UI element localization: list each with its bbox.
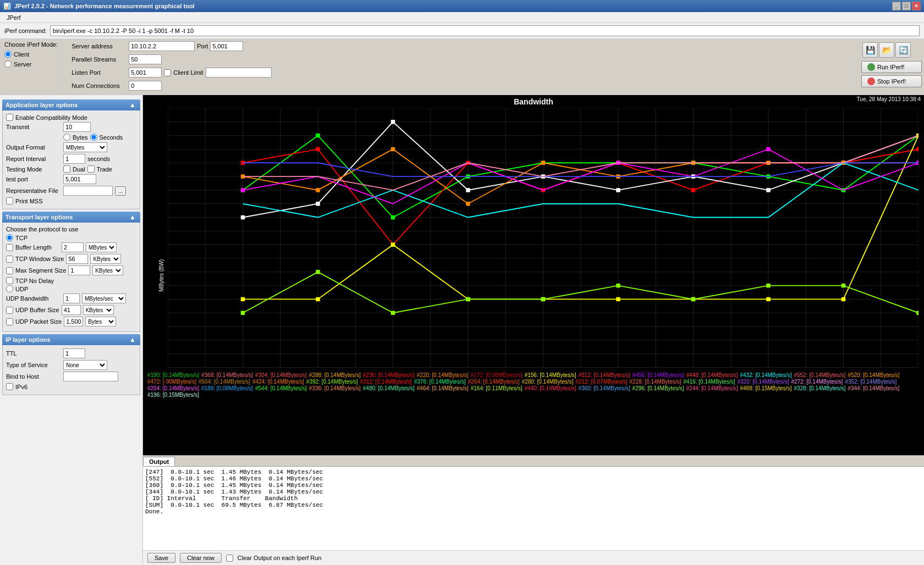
client-limit-input[interactable] <box>206 68 272 77</box>
svg-rect-133 <box>241 188 245 192</box>
chart-container: Bandwidth Tue, 28 May 2013 10:38:4 MByte… <box>143 95 924 455</box>
print-mss-checkbox[interactable] <box>6 197 13 204</box>
buffer-length-input[interactable] <box>62 242 84 252</box>
legend-item: #416: [0.14MBytes/s] <box>684 379 735 385</box>
max-seg-unit[interactable]: KBytesBytesMBytes <box>92 265 123 275</box>
save-toolbar-icon[interactable]: 💾 <box>862 42 878 58</box>
output-format-select[interactable]: MBytesKBytesGBytes <box>63 142 107 152</box>
num-connections-input[interactable] <box>129 81 162 91</box>
print-mss-row: Print MSS <box>6 197 136 204</box>
server-label: Server <box>14 61 31 68</box>
udp-packet-input[interactable] <box>64 317 83 326</box>
client-radio[interactable] <box>4 51 12 58</box>
legend-item: #360: [0.14MBytes/s] <box>579 385 630 391</box>
legend-item: #288: [0.14MBytes/s] <box>309 372 361 378</box>
clear-on-run-checkbox[interactable] <box>226 555 233 562</box>
legend-item: #272: [0.14MBytes/s] <box>791 379 843 385</box>
iperf-command-input[interactable] <box>50 25 920 36</box>
udp-buffer-checkbox[interactable] <box>6 307 13 314</box>
tcp-window-input[interactable] <box>66 254 88 264</box>
legend-item: #188: [0.08MBytes/s] <box>201 385 253 391</box>
tos-select[interactable]: NoneLow DelayThroughputReliability <box>63 360 107 370</box>
server-settings: Server address Port Parallel Streams Lis… <box>63 39 280 95</box>
legend-item: #520: [0.14MBytes/s] <box>848 372 899 378</box>
server-radio[interactable] <box>4 60 12 68</box>
minimize-button[interactable]: _ <box>892 2 901 10</box>
svg-rect-94 <box>316 147 320 151</box>
maximize-button[interactable]: □ <box>902 2 911 10</box>
chart-timestamp: Tue, 28 May 2013 10:38:4 <box>857 96 921 102</box>
app-layer-body: Enable Compatibility Mode Transmit Bytes… <box>2 110 140 209</box>
seconds-radio[interactable] <box>90 134 97 141</box>
transmit-label: Transmit <box>6 124 61 130</box>
close-button[interactable]: ✕ <box>912 2 921 10</box>
port-input[interactable] <box>210 41 243 51</box>
trade-checkbox[interactable] <box>87 165 95 173</box>
refresh-toolbar-icon[interactable]: 🔄 <box>895 42 911 58</box>
legend-item: #464: [0.14MBytes/s] <box>417 385 469 391</box>
output-text: [247] 0.0-10.1 sec 1.45 MBytes 0.14 MByt… <box>143 467 924 550</box>
save-button[interactable]: Save <box>147 553 175 563</box>
tcp-window-checkbox[interactable] <box>6 256 13 263</box>
max-seg-input[interactable] <box>68 265 90 275</box>
output-format-label: Output Format <box>6 144 61 151</box>
compat-mode-checkbox[interactable] <box>6 114 13 121</box>
legend-item: #280: [0.14MBytes/s] <box>522 379 574 385</box>
legend-item: #544: [0.14MBytes/s] <box>255 385 307 391</box>
clear-now-button[interactable]: Clear now <box>180 553 222 563</box>
buffer-length-unit[interactable]: MBytesKBytes <box>86 242 117 252</box>
y-axis-label: MBytes (BW) <box>158 259 164 291</box>
rep-file-browse[interactable]: ... <box>115 186 126 196</box>
dual-checkbox[interactable] <box>63 165 70 173</box>
max-seg-checkbox[interactable] <box>6 267 13 274</box>
report-interval-input[interactable] <box>63 154 85 164</box>
listen-port-input[interactable] <box>129 68 162 77</box>
stop-iperf-button[interactable]: Stop IPerf! <box>861 75 922 87</box>
bytes-radio[interactable] <box>63 134 70 141</box>
udp-buffer-unit[interactable]: KBytesBytesMBytes <box>83 305 114 315</box>
udp-bandwidth-input[interactable] <box>63 293 80 303</box>
svg-rect-141 <box>541 297 545 301</box>
legend-item: #320: [0.14MBytes/s] <box>737 379 789 385</box>
app-layer-collapse[interactable]: ▲ <box>128 101 137 109</box>
legend-item: #336: [0.14MBytes/s] <box>309 385 361 391</box>
udp-radio[interactable] <box>6 285 13 292</box>
rep-file-input[interactable] <box>63 186 113 196</box>
tcp-window-unit[interactable]: KBytesBytesMBytes <box>90 254 121 264</box>
ttl-input[interactable] <box>63 348 85 358</box>
test-port-label: test port <box>6 176 61 182</box>
ipv6-checkbox[interactable] <box>6 383 13 390</box>
client-limit-checkbox[interactable] <box>164 69 171 76</box>
server-address-input[interactable] <box>129 41 195 51</box>
bind-host-input[interactable] <box>63 372 118 381</box>
svg-rect-116 <box>466 202 470 206</box>
run-iperf-button[interactable]: Run IPerf! <box>861 61 922 73</box>
buffer-length-label: Buffer Length <box>15 244 59 251</box>
protocol-label-row: Choose the protocol to use <box>6 226 136 232</box>
transport-layer-collapse[interactable]: ▲ <box>128 213 137 221</box>
legend-item: #376: [0.14MBytes/s] <box>414 379 466 385</box>
buffer-length-row: Buffer Length MBytesKBytes <box>6 242 136 252</box>
titlebar: 📊 JPerf 2.0.2 - Network performance meas… <box>0 0 924 12</box>
content-area: Application layer options ▲ Enable Compa… <box>0 95 924 565</box>
udp-bandwidth-unit[interactable]: MBytes/secKBytes/sec <box>82 293 126 303</box>
testing-mode-label: Testing Mode <box>6 166 61 173</box>
transmit-input[interactable] <box>63 122 91 132</box>
output-tab[interactable]: Output <box>143 457 175 466</box>
buffer-length-checkbox[interactable] <box>6 244 13 251</box>
udp-buffer-input[interactable] <box>62 305 81 315</box>
no-delay-checkbox[interactable] <box>6 277 13 284</box>
menu-jperf[interactable]: JPerf <box>2 13 25 22</box>
tcp-window-row: TCP Window Size KBytesBytesMBytes <box>6 254 136 264</box>
udp-packet-unit[interactable]: BytesKBytesMBytes <box>85 317 116 326</box>
open-toolbar-icon[interactable]: 📂 <box>879 42 894 58</box>
test-port-input[interactable] <box>63 174 96 184</box>
tcp-radio[interactable] <box>6 234 13 241</box>
ip-layer-collapse[interactable]: ▲ <box>128 336 137 344</box>
svg-rect-137 <box>241 311 245 315</box>
parallel-streams-input[interactable] <box>129 54 162 64</box>
no-delay-label: TCP No Delay <box>15 278 54 284</box>
main-content: iPerf command: Choose iPerf Mode: Client… <box>0 23 924 565</box>
dual-label: Dual <box>73 166 85 173</box>
udp-packet-checkbox[interactable] <box>6 318 13 325</box>
